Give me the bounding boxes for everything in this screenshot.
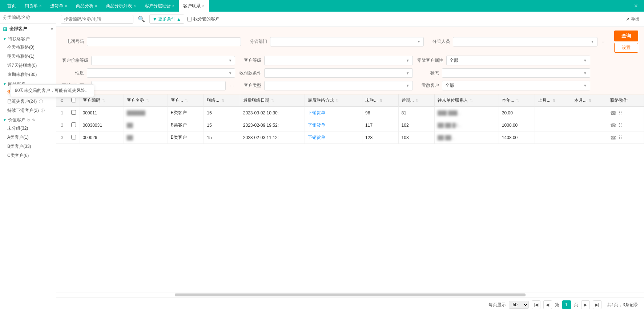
sidebar-group-pending[interactable]: ▼ 待联络客户 xyxy=(0,34,56,43)
last-contact-way-link[interactable]: 下销货单 xyxy=(308,122,325,127)
row-checkbox-cell[interactable] xyxy=(68,107,80,119)
last-page-button[interactable]: ▶| xyxy=(593,300,601,309)
my-customers-checkbox-label[interactable]: 我分管的客户 xyxy=(187,16,220,22)
action-contact-icon[interactable]: ☎ xyxy=(610,122,616,128)
nature-select[interactable]: ▼ xyxy=(87,68,235,78)
th-contacts[interactable]: 往来单位联系人 ⇅ xyxy=(435,94,499,107)
first-page-button[interactable]: |◀ xyxy=(532,300,540,309)
nav-customer-contact[interactable]: 客户联系 × xyxy=(179,0,209,12)
sidebar-item-week-contact[interactable]: 近7天待联络(0) xyxy=(0,61,56,70)
my-customers-checkbox[interactable] xyxy=(187,17,192,21)
sidebar-item-declining[interactable]: 持续下滑客户(2) ⓘ xyxy=(0,106,56,115)
last-contact-way-link[interactable]: 下销货单 xyxy=(308,135,325,140)
row-checkbox-cell[interactable] xyxy=(68,131,80,144)
nav-purchase-order-close[interactable]: × xyxy=(65,4,67,8)
sidebar-item-tomorrow-contact[interactable]: 明天待联络(1) xyxy=(0,52,56,61)
th-actions: 联络动作 xyxy=(607,94,644,107)
sidebar-item-class-a[interactable]: A类客户(1) xyxy=(0,133,56,142)
table-row: 3 000026 ██ B类客户 15 2023-02-03 11:12: 下销… xyxy=(56,131,644,144)
payment-select[interactable]: ▼ xyxy=(264,68,412,78)
sidebar-item-overdue-contact[interactable]: 逾期未联络(30) xyxy=(0,70,56,79)
sidebar-search-input[interactable] xyxy=(3,15,56,20)
row-last-contact-way[interactable]: 下销货单 xyxy=(305,119,362,131)
row-contacts: ███ ███... xyxy=(435,107,499,119)
filter-search-button[interactable]: 🔍 xyxy=(136,15,146,23)
row-checkbox-cell[interactable] xyxy=(68,119,80,131)
status-select[interactable]: ▼ xyxy=(442,68,590,78)
sidebar-group-value[interactable]: ▼ 价值客户 ↻ ✎ xyxy=(0,115,56,124)
query-button[interactable]: 查询 xyxy=(614,31,638,41)
edit-icon[interactable]: ✎ xyxy=(32,118,36,123)
chevron-down-icon-5: ▼ xyxy=(583,58,587,62)
action-more-icon[interactable]: ⠿ xyxy=(619,135,622,141)
th-last-contact-way[interactable]: 最后联络方式 ⇅ xyxy=(305,94,362,107)
nav-customer-contact-close[interactable]: × xyxy=(202,4,204,8)
row-checkbox[interactable] xyxy=(71,110,76,115)
last-contact-way-link[interactable]: 下销货单 xyxy=(308,110,325,115)
all-customers-header[interactable]: ⊞ 全部客户 « xyxy=(0,24,56,34)
action-more-icon[interactable]: ⠿ xyxy=(619,110,622,116)
nav-product-analysis-list-close[interactable]: × xyxy=(133,4,136,8)
settings-button[interactable]: 设置 xyxy=(614,43,638,53)
region-select[interactable] xyxy=(91,81,226,90)
dept-select[interactable]: ▼ xyxy=(270,37,424,46)
customer-grade-label: 客户等级 xyxy=(240,57,261,64)
nav-customer-segment-close[interactable]: × xyxy=(172,4,174,8)
sidebar-item-class-b[interactable]: B类客户(33) xyxy=(0,142,56,151)
th-name[interactable]: 客户名称 ⇅ xyxy=(124,94,168,107)
row-num: 1 xyxy=(56,107,68,119)
customer-grade-select[interactable]: ▼ xyxy=(264,56,412,65)
sidebar-item-today-contact[interactable]: 今天待联络(0) xyxy=(0,43,56,52)
refresh-icon[interactable]: ↻ xyxy=(27,118,31,123)
nav-product-analysis-list[interactable]: 商品分析列表 × xyxy=(101,0,140,12)
region-more-button[interactable]: ··· xyxy=(229,83,235,88)
close-all-button[interactable]: × xyxy=(631,1,641,11)
scroll-thumb[interactable] xyxy=(175,293,526,296)
row-checkbox[interactable] xyxy=(71,122,76,127)
action-more-icon[interactable]: ⠿ xyxy=(619,122,622,128)
page-size-select[interactable]: 50 100 200 xyxy=(509,301,529,309)
row-last-contact-date: 2023-03-02 10:30: xyxy=(240,107,305,119)
prev-page-button[interactable]: ◀ xyxy=(543,300,552,309)
nav-purchase-order[interactable]: 进货单 × xyxy=(46,0,71,12)
th-last-contact-date[interactable]: 最后联络日期 ⇅ xyxy=(240,94,305,107)
sidebar-item-churned[interactable]: 已流失客户(24) ⓘ xyxy=(0,97,56,106)
sidebar-item-class-c[interactable]: C类客户(6) xyxy=(0,151,56,160)
next-page-button[interactable]: ▶ xyxy=(581,300,590,309)
nav-product-analysis-close[interactable]: × xyxy=(95,4,97,8)
phone-input[interactable] xyxy=(87,37,241,46)
customer-type-select[interactable]: ▼ xyxy=(264,81,412,90)
filter-phone-field: 电话号码 xyxy=(62,37,241,46)
th-contact-count[interactable]: 联络... ⇅ xyxy=(204,94,240,107)
price-grade-select[interactable]: ▼ xyxy=(91,56,235,65)
filter-search-input[interactable] xyxy=(61,15,133,24)
zero-attr-select[interactable]: 全部 ▼ xyxy=(446,56,590,65)
row-last-contact-way[interactable]: 下销货单 xyxy=(305,107,362,119)
filter-customer-grade-field: 客户等级 ▼ xyxy=(240,56,412,65)
zero-customer-select[interactable]: 全部 ▼ xyxy=(442,81,590,90)
th-this-year[interactable]: 本年... ⇅ xyxy=(499,94,535,107)
select-all-checkbox[interactable] xyxy=(71,98,76,102)
nav-sales-order-close[interactable]: × xyxy=(39,4,41,8)
nav-product-analysis[interactable]: 商品分析 × xyxy=(72,0,101,12)
row-last-contact-way[interactable]: 下销货单 xyxy=(305,131,362,144)
person-select[interactable]: ▼ xyxy=(453,37,597,46)
sort-type-icon: ⇅ xyxy=(185,98,188,102)
nav-customer-segment[interactable]: 客户分层经营 × xyxy=(140,0,179,12)
nav-home[interactable]: 首页 xyxy=(3,0,20,12)
nav-sales-order[interactable]: 销货单 × xyxy=(20,0,46,12)
th-this-month[interactable]: 本月... ⇅ xyxy=(571,94,607,107)
th-overdue[interactable]: 逾期... ⇅ xyxy=(398,94,435,107)
row-this-year: 1000.00 xyxy=(499,119,535,131)
person-more-button[interactable]: ··· xyxy=(600,39,607,44)
action-contact-icon[interactable]: ☎ xyxy=(610,135,616,141)
filter-more-conditions-button[interactable]: ▼ 更多条件 ▲ xyxy=(149,15,184,24)
export-button[interactable]: ↗ 导出 xyxy=(626,16,640,22)
row-checkbox[interactable] xyxy=(71,135,76,139)
sidebar-item-ungroup[interactable]: 未分组(32) xyxy=(0,124,56,133)
th-customer-type[interactable]: 客户... ⇅ xyxy=(168,94,204,107)
action-contact-icon[interactable]: ☎ xyxy=(610,110,616,116)
th-not-contact[interactable]: 未联... ⇅ xyxy=(362,94,399,107)
horizontal-scrollbar[interactable] xyxy=(56,292,644,297)
th-last-month[interactable]: 上月... ⇅ xyxy=(535,94,571,107)
